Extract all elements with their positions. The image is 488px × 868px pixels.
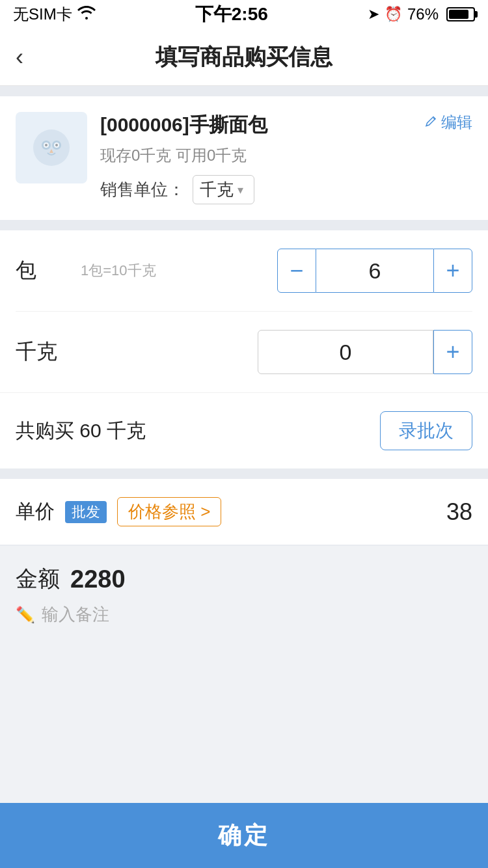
nav-bar: ‹ 填写商品购买信息 <box>0 29 488 86</box>
remark-row[interactable]: ✏️ 输入备注 <box>16 603 472 626</box>
status-left: 无SIM卡 <box>13 4 96 25</box>
unit-label: 销售单位： <box>100 178 185 201</box>
price-ref-button[interactable]: 价格参照 > <box>117 497 221 526</box>
page-title: 填写商品购买信息 <box>156 42 332 72</box>
kg-label: 千克 <box>16 338 68 366</box>
battery-icon <box>446 7 475 21</box>
input-section: 包 1包=10千克 − + 千克 + <box>0 230 488 392</box>
bag-decrement-button[interactable]: − <box>277 249 316 293</box>
status-time: 下午2:56 <box>195 2 268 27</box>
confirm-bar[interactable]: 确定 <box>0 803 488 868</box>
bag-input-row: 包 1包=10千克 − + <box>16 230 472 312</box>
price-label: 单价 <box>16 498 55 525</box>
svg-point-0 <box>33 129 70 166</box>
status-bar: 无SIM卡 下午2:56 ➤ ⏰ 76% <box>0 0 488 29</box>
product-stock: 现存0千克 可用0千克 <box>100 145 472 166</box>
svg-point-5 <box>45 144 47 146</box>
product-card: [0000006]手撕面包 编辑 现存0千克 可用0千克 销售单位： 千克 ▾ <box>0 96 488 220</box>
status-right: ➤ ⏰ 76% <box>368 5 475 23</box>
remark-placeholder: 输入备注 <box>42 603 109 626</box>
amount-value: 2280 <box>70 565 126 593</box>
separator-1 <box>0 86 488 96</box>
chevron-down-icon: ▾ <box>237 183 243 197</box>
summary-row: 共购买 60 千克 录批次 <box>0 392 488 468</box>
product-name: [0000006]手撕面包 <box>100 112 267 139</box>
product-unit-row: 销售单位： 千克 ▾ <box>100 175 472 204</box>
amount-section: 金额 2280 ✏️ 输入备注 <box>0 546 488 632</box>
product-thumbnail <box>16 112 87 183</box>
alarm-icon: ⏰ <box>385 6 402 23</box>
bag-stepper: − + <box>277 249 472 293</box>
bag-increment-button[interactable]: + <box>433 249 472 293</box>
price-value: 38 <box>446 498 472 526</box>
location-icon: ➤ <box>368 6 379 23</box>
wifi-icon <box>77 5 96 23</box>
kg-stepper: + <box>258 330 472 374</box>
kg-increment-button[interactable]: + <box>433 330 472 374</box>
separator-3 <box>0 468 488 479</box>
edit-button[interactable]: 编辑 <box>424 112 472 133</box>
confirm-label: 确定 <box>218 820 270 852</box>
back-button[interactable]: ‹ <box>16 44 23 71</box>
unit-select[interactable]: 千克 ▾ <box>193 175 254 204</box>
amount-label: 金额 <box>16 564 60 594</box>
kg-input-row: 千克 + <box>16 312 472 392</box>
summary-text: 共购买 60 千克 <box>16 418 146 444</box>
bag-label: 包 <box>16 256 68 285</box>
product-info: [0000006]手撕面包 编辑 现存0千克 可用0千克 销售单位： 千克 ▾ <box>100 112 472 204</box>
price-section: 单价 批发 价格参照 > 38 <box>0 479 488 545</box>
battery-percent: 76% <box>407 5 439 23</box>
pencil-icon: ✏️ <box>16 606 35 624</box>
price-batch-tag: 批发 <box>65 501 107 523</box>
batch-button[interactable]: 录批次 <box>380 411 472 450</box>
separator-2 <box>0 220 488 230</box>
kg-input[interactable] <box>258 330 433 374</box>
bag-sub-label: 1包=10千克 <box>81 261 264 280</box>
bag-input[interactable] <box>316 249 433 293</box>
carrier-label: 无SIM卡 <box>13 4 72 25</box>
svg-point-6 <box>55 144 58 146</box>
bottom-spacer <box>0 632 488 803</box>
